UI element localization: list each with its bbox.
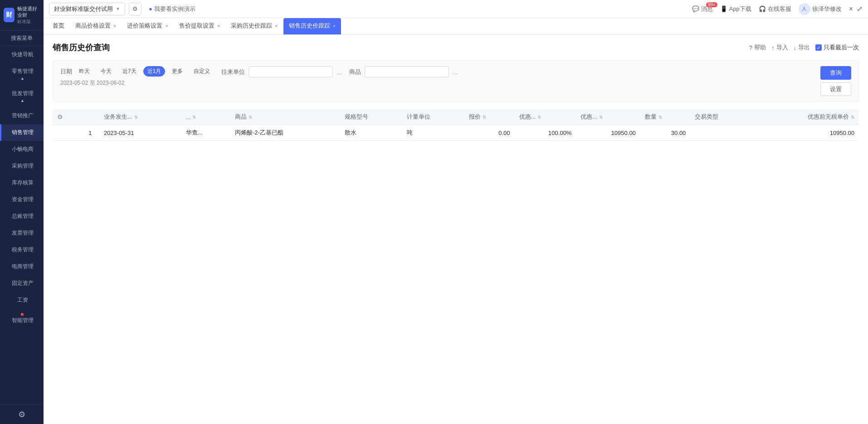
tab-sales-history[interactable]: 销售历史价跟踪 ×	[283, 18, 341, 34]
sidebar-item-label: 营销推广	[12, 112, 34, 120]
sidebar-item-ecommerce[interactable]: 电商管理	[0, 258, 44, 275]
sidebar-item-payroll[interactable]: 工资	[0, 292, 44, 308]
sidebar-item-retail[interactable]: 零售管理 ▲	[0, 63, 44, 85]
cell-price: 0.00	[464, 125, 515, 141]
import-button[interactable]: ↑ 导入	[771, 43, 788, 52]
sidebar-item-label: 固定资产	[12, 279, 34, 287]
tab-home[interactable]: 首页	[47, 18, 70, 34]
sort-icon: ⇅	[537, 115, 541, 120]
cell-qty: 30.00	[640, 125, 691, 141]
settings-button[interactable]: 设置	[820, 82, 851, 96]
only-last-label: 只看最后一次	[824, 43, 859, 52]
help-button[interactable]: ? 帮助	[749, 43, 766, 52]
only-last-checkbox-label[interactable]: ✓ 只看最后一次	[815, 43, 859, 52]
chevron-down-icon: ▼	[116, 6, 120, 11]
tab-price-extract[interactable]: 售价提取设置 ×	[174, 18, 225, 34]
th-product[interactable]: 商品 ⇅	[230, 109, 340, 125]
sidebar-item-quick-nav[interactable]: 快捷导航	[0, 46, 44, 63]
date-btn-custom[interactable]: 自定义	[190, 66, 214, 77]
message-button[interactable]: 💬 消息 99+	[692, 5, 713, 13]
th-trans-type: 交易类型	[690, 109, 752, 125]
tab-close-icon[interactable]: ×	[333, 23, 336, 29]
th-discount-rate-label: 优惠...	[519, 113, 536, 121]
tab-close-icon[interactable]: ×	[217, 23, 220, 29]
th-biz-date-label: 业务发生...	[104, 113, 132, 121]
page-title: 销售历史价查询	[53, 42, 110, 53]
export-button[interactable]: ↓ 导出	[794, 43, 810, 52]
product-dots-button[interactable]: ...	[453, 68, 458, 76]
product-input[interactable]	[365, 66, 449, 77]
sidebar-item-sales[interactable]: 销售管理	[0, 124, 44, 141]
table-settings-icon[interactable]: ⚙	[57, 113, 63, 120]
tab-close-icon[interactable]: ×	[275, 23, 278, 29]
th-more[interactable]: ... ⇅	[181, 109, 230, 125]
tab-close-icon[interactable]: ×	[165, 23, 168, 29]
tab-label: 商品价格设置	[75, 22, 111, 30]
online-service-button[interactable]: 🎧 在线客服	[759, 5, 791, 13]
th-discount-price[interactable]: 优惠... ⇅	[576, 109, 640, 125]
th-qty-label: 数量	[645, 113, 657, 121]
date-btn-last7[interactable]: 近7天	[118, 66, 141, 77]
maximize-window-icon[interactable]: ⤢	[857, 5, 863, 13]
th-unit: 计量单位	[402, 109, 464, 125]
tab-purchase-history[interactable]: 采购历史价跟踪 ×	[225, 18, 283, 34]
table-scroll-area: ⚙ 业务发生... ⇅ ... ⇅	[53, 109, 859, 141]
sidebar-item-purchase[interactable]: 采购管理	[0, 158, 44, 174]
sort-icon: ⇅	[134, 115, 138, 120]
sidebar-item-inventory[interactable]: 库存核算	[0, 174, 44, 191]
query-button[interactable]: 查询	[820, 66, 851, 80]
sidebar-item-smart[interactable]: 智能管理	[0, 308, 44, 329]
customer-dots-button[interactable]: ...	[336, 68, 342, 76]
th-discount-rate[interactable]: 优惠... ⇅	[515, 109, 576, 125]
table-row: 1 2023-05-31 华查... 丙烯酸-2-乙基已酯 散水 吨 0.00 …	[53, 125, 859, 141]
sidebar-item-assets[interactable]: 固定资产	[0, 275, 44, 292]
sidebar-item-wholesale[interactable]: 批发管理 ▲	[0, 85, 44, 107]
only-last-checkbox[interactable]: ✓	[815, 44, 822, 51]
sidebar-item-label: 资金管理	[12, 196, 34, 203]
tab-label: 销售历史价跟踪	[289, 22, 330, 30]
sidebar-item-general-ledger[interactable]: 总账管理	[0, 208, 44, 225]
sort-icon: ⇅	[483, 115, 486, 120]
tab-product-price[interactable]: 商品价格设置 ×	[70, 18, 122, 34]
cell-checkbox	[53, 125, 81, 141]
customer-input[interactable]	[249, 66, 333, 77]
date-btn-last1month[interactable]: 近1月	[143, 66, 166, 77]
demo-button[interactable]: ● 我要看实例演示	[149, 5, 195, 13]
th-biz-date[interactable]: 业务发生... ⇅	[99, 109, 181, 125]
app-download-button[interactable]: 📱 App下载	[720, 5, 751, 13]
logo-text: 畅捷通好业财	[17, 5, 40, 19]
close-window-icon[interactable]: ×	[849, 5, 853, 13]
th-more-label: ...	[186, 114, 191, 120]
topbar-gear-button[interactable]: ⚙	[129, 3, 141, 15]
filter-area: 日期 昨天 今天 近7天 近1月 更多 自定义 2023-05-02 至 202…	[53, 60, 859, 102]
sidebar-item-label: 电商管理	[12, 263, 34, 270]
date-btn-today[interactable]: 今天	[97, 66, 116, 77]
sidebar-settings-button[interactable]: ⚙	[0, 405, 44, 424]
app-selector[interactable]: 好业财标准版交付试用 ▼	[49, 3, 125, 15]
cell-discount-rate: 100.00%	[515, 125, 576, 141]
sidebar-item-label: 工资	[17, 296, 28, 304]
date-btn-more[interactable]: 更多	[168, 66, 187, 77]
topbar: 好业财标准版交付试用 ▼ ⚙ ● 我要看实例演示 💬 消息 99+ 📱 App下…	[44, 0, 868, 18]
th-trans-type-label: 交易类型	[695, 113, 718, 120]
tab-label: 售价提取设置	[179, 22, 215, 30]
customer-input-group: 往来单位 ...	[221, 66, 342, 77]
th-gear[interactable]: ⚙	[53, 109, 81, 125]
sidebar-item-invoice[interactable]: 发票管理	[0, 225, 44, 241]
sidebar-item-marketing[interactable]: 营销推广	[0, 107, 44, 124]
sidebar-item-label: 批发管理	[12, 90, 34, 97]
th-price[interactable]: 报价 ⇅	[464, 109, 515, 125]
user-button[interactable]: 人 徐泽华修改	[799, 3, 842, 15]
tab-purchase-strategy[interactable]: 进价策略设置 ×	[122, 18, 173, 34]
sidebar-item-tax[interactable]: 税务管理	[0, 241, 44, 258]
th-pretax-price[interactable]: 优惠前无税单价 ⇅	[753, 109, 859, 125]
sidebar-item-ecommerce-small[interactable]: 小畅电商	[0, 141, 44, 158]
th-price-label: 报价	[469, 113, 481, 121]
sidebar-item-finance[interactable]: 资金管理	[0, 191, 44, 208]
date-btn-yesterday[interactable]: 昨天	[75, 66, 94, 77]
sidebar-search[interactable]: 搜索菜单	[0, 31, 44, 46]
tab-close-icon[interactable]: ×	[113, 23, 116, 29]
logo-sub: 标准版	[17, 19, 40, 25]
sidebar-item-label: 采购管理	[12, 162, 34, 170]
th-qty[interactable]: 数量 ⇅	[640, 109, 691, 125]
